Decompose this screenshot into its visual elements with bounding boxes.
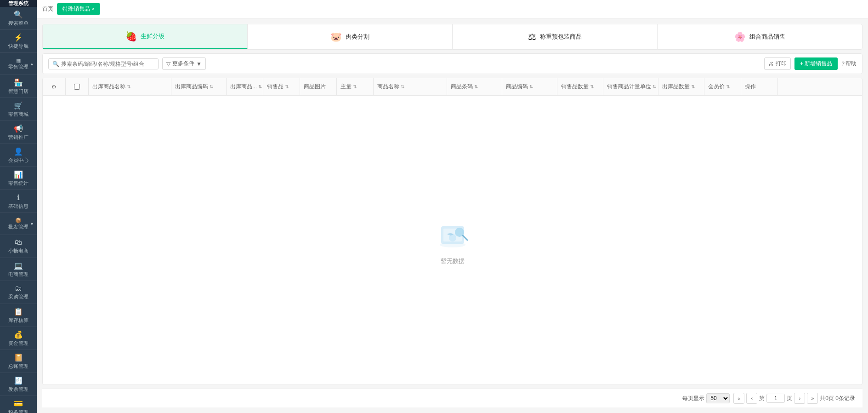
- th-sale-qty[interactable]: 销售品数量 ⇅: [557, 78, 603, 95]
- wholesale-arrow-icon: ▼: [30, 222, 34, 226]
- retail-stats-icon: 📊: [14, 170, 23, 179]
- basic-info-icon: ℹ: [17, 193, 20, 202]
- search-input[interactable]: [61, 61, 154, 67]
- th-settings[interactable]: ⚙: [43, 78, 66, 95]
- th-member-price-label: 会员价: [708, 83, 725, 91]
- th-out-spec-label: 出库商品...: [230, 83, 257, 91]
- filter-button[interactable]: ▽ 更多条件 ▼: [162, 57, 206, 70]
- help-button[interactable]: ? 帮助: [841, 60, 857, 68]
- table-header: ⚙ 出库商品名称 ⇅ 出库商品编码 ⇅ 出库商品... ⇅: [43, 78, 862, 96]
- marketing-icon: 📢: [14, 124, 23, 133]
- sidebar-item-retail-mall[interactable]: 🛒 零售商城: [0, 98, 37, 121]
- th-out-qty[interactable]: 出库品数量 ⇅: [658, 78, 704, 95]
- sidebar-item-marketing[interactable]: 📢 营销推广: [0, 121, 37, 144]
- page-size-label: 每页显示: [682, 395, 704, 402]
- sidebar-item-invoice-mgmt[interactable]: 🧾 发票管理: [0, 373, 37, 396]
- th-check[interactable]: [66, 78, 89, 95]
- th-product-code[interactable]: 商品编码 ⇅: [502, 78, 557, 95]
- topbar: 首页 特殊销售品 ×: [37, 0, 868, 18]
- first-page-button[interactable]: «: [733, 393, 744, 404]
- sidebar-purchase-mgmt-label: 采购管理: [8, 293, 28, 300]
- th-out-code[interactable]: 出库商品编码 ⇅: [171, 78, 227, 95]
- topbar-active-tab[interactable]: 特殊销售品 ×: [57, 3, 100, 15]
- sidebar-item-tax-mgmt[interactable]: 💳 税务管理: [0, 396, 37, 413]
- sidebar-item-basic-info[interactable]: ℹ 基础信息: [0, 190, 37, 213]
- page-content: 🍓 生鲜分级 🐷 肉类分割 ⚖ 称重预包装商品 🌸 组合商品销售 🔍: [37, 18, 868, 413]
- sidebar-ledger-label: 总账管理: [8, 363, 28, 370]
- toolbar-left: 🔍 ▽ 更多条件 ▼: [48, 57, 206, 70]
- sidebar-item-retail-mgmt[interactable]: ▦ 零售管理 ▲: [0, 53, 37, 75]
- th-sale[interactable]: 销售品 ⇅: [263, 78, 300, 95]
- sidebar-item-quick-nav[interactable]: ⚡ 快捷导航: [0, 30, 37, 53]
- search-box[interactable]: 🔍: [48, 58, 159, 69]
- sidebar: 管理系统 🔍 搜索菜单 ⚡ 快捷导航 ▦ 零售管理 ▲ 🏪 智慧门店 🛒 零售商…: [0, 0, 37, 413]
- sidebar-item-wholesale-mgmt[interactable]: 📦 批发管理 ▼: [0, 213, 37, 235]
- sort-unit-icon: ⇅: [652, 84, 656, 89]
- sidebar-item-smart-store[interactable]: 🏪 智慧门店: [0, 75, 37, 98]
- tab-weight-prepack[interactable]: ⚖ 称重预包装商品: [453, 24, 658, 49]
- page-number-input[interactable]: [766, 394, 785, 403]
- retail-mall-icon: 🛒: [14, 101, 23, 110]
- retail-mgmt-arrow-icon: ▲: [30, 62, 34, 66]
- th-out-name[interactable]: 出库商品名称 ⇅: [89, 78, 171, 95]
- th-out-spec[interactable]: 出库商品... ⇅: [227, 78, 263, 95]
- toolbar-right: 🖨 打印 + 新增销售品 ? 帮助: [764, 57, 857, 70]
- th-product-name[interactable]: 商品名称 ⇅: [374, 78, 447, 95]
- sidebar-tax-label: 税务管理: [8, 409, 28, 413]
- topbar-home-link[interactable]: 首页: [42, 5, 53, 13]
- th-img-label: 商品图片: [304, 83, 326, 91]
- th-unit[interactable]: 销售商品计量单位 ⇅: [603, 78, 658, 95]
- weight-prepack-icon: ⚖: [528, 31, 536, 42]
- finance-icon: 💰: [14, 330, 23, 339]
- total-pages-label: 共0页 0条记录: [820, 395, 855, 402]
- tab-combo[interactable]: 🌸 组合商品销售: [658, 24, 862, 49]
- topbar-tab-close-icon[interactable]: ×: [92, 6, 95, 11]
- filter-label: 更多条件: [172, 60, 194, 68]
- sidebar-item-mini-ecommerce[interactable]: 🛍 小畅电商: [0, 235, 37, 258]
- sidebar-item-purchase-mgmt[interactable]: 🗂 采购管理: [0, 281, 37, 304]
- select-all-checkbox[interactable]: [74, 84, 80, 90]
- th-out-code-label: 出库商品编码: [175, 83, 208, 91]
- next-page-button[interactable]: ›: [794, 393, 805, 404]
- page-size-select[interactable]: 10 20 50 100: [706, 393, 730, 403]
- print-button[interactable]: 🖨 打印: [764, 57, 791, 70]
- member-center-icon: 👤: [14, 147, 23, 156]
- sidebar-item-ecommerce-mgmt[interactable]: 💻 电商管理: [0, 258, 37, 281]
- print-icon: 🖨: [768, 61, 774, 67]
- tab-fresh-grade-label: 生鲜分级: [141, 32, 165, 40]
- help-label: 帮助: [845, 60, 857, 68]
- th-sale-qty-label: 销售品数量: [561, 83, 589, 91]
- ecommerce-mgmt-icon: 💻: [14, 261, 23, 270]
- sidebar-retail-stats-label: 零售统计: [8, 180, 28, 187]
- sidebar-item-finance-mgmt[interactable]: 💰 资金管理: [0, 327, 37, 350]
- tab-weight-prepack-label: 称重预包装商品: [540, 33, 582, 41]
- th-unit-label: 销售商品计量单位: [607, 83, 651, 91]
- sidebar-item-search-menu[interactable]: 🔍 搜索菜单: [0, 7, 37, 30]
- sort-out-name-icon: ⇅: [127, 84, 130, 89]
- topbar-tab-label: 特殊销售品: [62, 5, 90, 13]
- last-page-button[interactable]: »: [807, 393, 818, 404]
- sidebar-item-retail-stats[interactable]: 📊 零售统计: [0, 167, 37, 190]
- combo-icon: 🌸: [734, 31, 746, 42]
- sidebar-basic-info-label: 基础信息: [8, 203, 28, 210]
- th-operations: 操作: [741, 78, 778, 95]
- sidebar-retail-mgmt-label: 零售管理: [8, 63, 28, 70]
- tab-meat-cut[interactable]: 🐷 肉类分割: [248, 24, 453, 49]
- sidebar-item-general-ledger[interactable]: 📔 总账管理: [0, 350, 37, 373]
- sidebar-item-member-center[interactable]: 👤 会员中心: [0, 144, 37, 167]
- th-weight[interactable]: 主量 ⇅: [337, 78, 374, 95]
- page-toolbar: 🔍 ▽ 更多条件 ▼ 🖨 打印 + 新增销售品 ?: [42, 53, 862, 74]
- sidebar-item-inventory[interactable]: 📋 库存核算: [0, 304, 37, 327]
- sort-out-code-icon: ⇅: [210, 84, 213, 89]
- add-product-button[interactable]: + 新增销售品: [794, 57, 838, 70]
- th-product-code-label: 商品编码: [506, 83, 528, 91]
- prev-page-button[interactable]: ‹: [746, 393, 757, 404]
- tab-combo-label: 组合商品销售: [749, 33, 785, 41]
- sort-sale-icon: ⇅: [285, 84, 289, 89]
- empty-state-text: 暂无数据: [441, 257, 465, 265]
- th-member-price[interactable]: 会员价 ⇅: [704, 78, 741, 95]
- sidebar-retail-mall-label: 零售商城: [8, 111, 28, 118]
- filter-icon: ▽: [166, 61, 170, 67]
- th-barcode[interactable]: 商品条码 ⇅: [447, 78, 502, 95]
- tab-fresh-grade[interactable]: 🍓 生鲜分级: [43, 24, 248, 49]
